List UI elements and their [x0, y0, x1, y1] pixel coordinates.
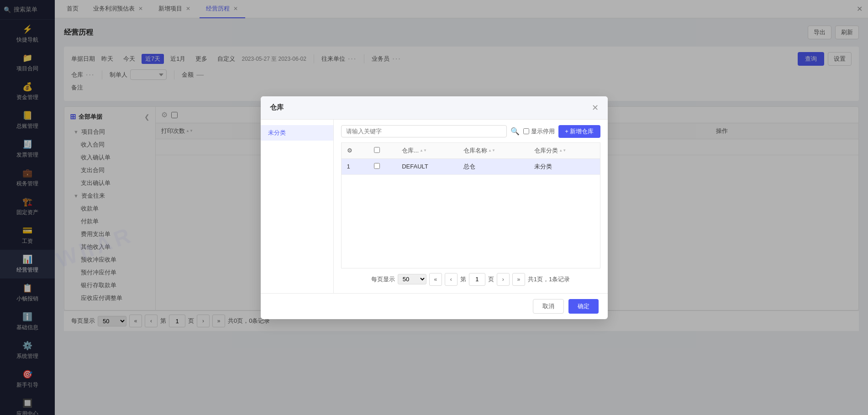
modal-cancel-button[interactable]: 取消	[533, 299, 564, 314]
modal-table: ⚙ 仓库... ▲▼	[342, 143, 600, 175]
modal-close-btn[interactable]: ✕	[592, 103, 599, 113]
modal-first-page[interactable]: «	[429, 273, 442, 286]
modal-code-sort[interactable]: 仓库... ▲▼	[402, 147, 427, 155]
modal-cat-sort[interactable]: 仓库分类 ▲▼	[534, 147, 566, 155]
modal-page-label-pre: 第	[460, 275, 466, 284]
modal-show-disabled-label[interactable]: 显示停用	[523, 127, 555, 136]
modal-search-row: 🔍 显示停用 + 新增仓库	[341, 125, 600, 138]
modal-table-container: ⚙ 仓库... ▲▼	[341, 142, 600, 268]
modal-overlay[interactable]: 仓库 ✕ 未分类 🔍 显示停用 + 新增仓库	[0, 0, 868, 415]
modal-page-size-label: 每页显示	[371, 275, 395, 284]
modal-body: 未分类 🔍 显示停用 + 新增仓库	[261, 120, 608, 293]
table-row[interactable]: 1 DEFAULT 总仓 未分类	[342, 158, 600, 174]
modal-page-size-select[interactable]: 50	[398, 274, 426, 284]
add-warehouse-button[interactable]: + 新增仓库	[558, 125, 600, 138]
modal-col-code: 仓库... ▲▼	[396, 143, 458, 159]
modal-next-page[interactable]: ›	[497, 273, 510, 286]
modal-right-panel: 🔍 显示停用 + 新增仓库 ⚙	[334, 120, 608, 293]
modal-page-label: 页	[488, 275, 494, 284]
row-code: DEFAULT	[396, 158, 458, 174]
modal-col-category: 仓库分类 ▲▼	[529, 143, 600, 159]
row-category: 未分类	[529, 158, 600, 174]
modal-sort-arrows-3: ▲▼	[559, 149, 566, 152]
show-disabled-checkbox[interactable]	[523, 128, 529, 134]
modal-footer: 取消 确定	[261, 293, 608, 319]
row-name: 总仓	[458, 158, 529, 174]
modal-prev-page[interactable]: ‹	[445, 273, 458, 286]
modal-search-input[interactable]	[341, 125, 507, 137]
row-checkbox[interactable]	[368, 158, 396, 174]
modal-page-input[interactable]	[469, 273, 485, 286]
modal-select-all[interactable]	[374, 147, 380, 153]
warehouse-modal: 仓库 ✕ 未分类 🔍 显示停用 + 新增仓库	[261, 96, 608, 319]
modal-title: 仓库	[270, 103, 284, 112]
modal-left-panel: 未分类	[261, 120, 334, 293]
modal-col-checkbox	[368, 143, 396, 159]
row-select-checkbox[interactable]	[374, 163, 380, 169]
modal-confirm-button[interactable]: 确定	[568, 299, 599, 314]
row-index: 1	[342, 158, 369, 174]
modal-sort-arrows-2: ▲▼	[488, 149, 495, 152]
show-disabled-text: 显示停用	[531, 127, 555, 136]
col-settings-icon[interactable]: ⚙	[347, 147, 352, 154]
modal-category-item[interactable]: 未分类	[261, 125, 333, 141]
modal-col-settings: ⚙	[342, 143, 369, 159]
modal-total-info: 共1页，1条记录	[528, 275, 570, 284]
modal-last-page[interactable]: »	[512, 273, 525, 286]
modal-name-sort[interactable]: 仓库名称 ▲▼	[463, 147, 495, 155]
modal-search-button[interactable]: 🔍	[510, 127, 520, 136]
modal-pagination: 每页显示 50 « ‹ 第 页 › » 共1页，1条记录	[341, 268, 600, 288]
modal-col-name: 仓库名称 ▲▼	[458, 143, 529, 159]
modal-header: 仓库 ✕	[261, 96, 608, 120]
modal-sort-arrows: ▲▼	[420, 149, 427, 152]
